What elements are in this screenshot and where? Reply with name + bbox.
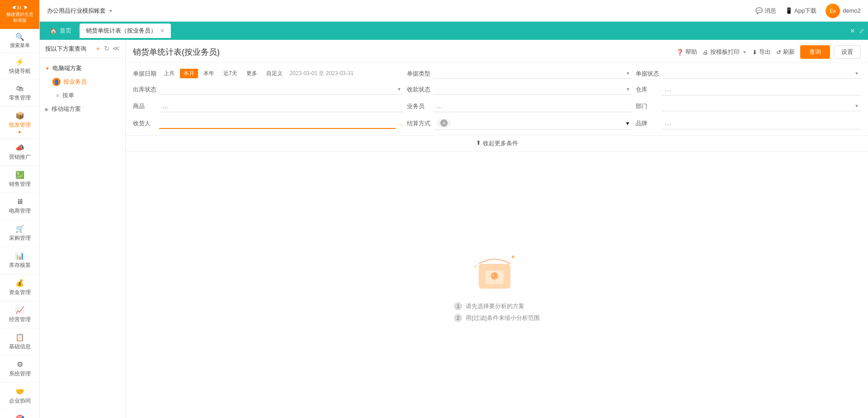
basic-label: 基础信息	[9, 343, 31, 351]
app-logo: 好 畅捷通好生意 标准版	[0, 0, 40, 29]
tab-home[interactable]: 🏠 首页	[43, 24, 78, 38]
tab-expand-btn[interactable]: ✕ ⤢	[850, 27, 864, 34]
sidebar-item-system[interactable]: ⚙ 系统管理	[0, 356, 39, 383]
empty-hint-1: 1 请先选择要分析的方案	[454, 302, 539, 310]
window-expand-icon[interactable]: ⤢	[859, 27, 864, 34]
filter-field-warehouse: 仓库 …	[636, 83, 861, 95]
warehouse-input[interactable]: …	[662, 83, 861, 95]
sidebar-item-operations[interactable]: 📈 经营管理	[0, 301, 39, 328]
scheme-item-by-order[interactable]: ≡ 按单	[40, 89, 125, 102]
add-scheme-btn[interactable]: ＋	[94, 44, 101, 53]
sidebar-item-finance[interactable]: 💰 资金管理	[0, 274, 39, 301]
export-icon: ⬇	[752, 49, 757, 56]
filter-field-settle: 结算方式 ✕ ▾	[407, 117, 632, 130]
out-status-select[interactable]: ▾	[160, 84, 403, 95]
tab-sales-stat[interactable]: 销货单统计表（按业务员） ✕	[80, 24, 171, 38]
breadcrumb-area: 办公用品行业模拟账套 ▾	[47, 7, 112, 15]
mobile-scheme-group: ▶ 移动端方案	[40, 102, 125, 116]
date-tab-this-month[interactable]: 本月	[180, 69, 198, 78]
mobile-scheme-header[interactable]: ▶ 移动端方案	[40, 102, 125, 116]
refresh-label: 刷新	[783, 48, 795, 56]
doc-status-arrow: ▾	[855, 70, 858, 76]
message-btn[interactable]: 💬 消息	[755, 7, 776, 15]
dept-select[interactable]: ▾	[662, 101, 861, 111]
collect-status-select[interactable]: ▾	[434, 84, 632, 95]
sidebar-item-newbie[interactable]: 🎯 新手引导	[0, 410, 39, 418]
expand-icon: ▼	[45, 66, 50, 71]
scheme-item-by-staff[interactable]: 👤 按业务员	[40, 75, 125, 89]
receiver-label: 收货人	[133, 119, 156, 128]
goods-label: 商品	[133, 102, 156, 110]
sidebar-item-retail[interactable]: 🛍 零售管理	[0, 80, 39, 107]
receiver-input[interactable]	[159, 118, 396, 129]
date-tab-7days[interactable]: 近7天	[220, 69, 241, 78]
staff-input[interactable]: …	[433, 100, 632, 112]
basic-icon: 📋	[15, 333, 24, 342]
out-status-arrow: ▾	[398, 86, 401, 92]
sidebar-item-inventory[interactable]: 📊 库存核算	[0, 247, 39, 274]
date-tab-this-year[interactable]: 本年	[200, 69, 218, 78]
search-menu-item[interactable]: 🔍 搜索菜单	[0, 29, 39, 53]
date-tab-more[interactable]: 更多	[243, 69, 261, 78]
filter-field-out-status: 出库状态 ▾	[133, 84, 403, 95]
collapse-more-bar[interactable]: ⬆ 收起更多条件	[126, 136, 868, 152]
desktop-scheme-group: ▼ 电脑端方案 👤 按业务员 ≡ 按单	[40, 62, 125, 102]
dept-label: 部门	[636, 102, 658, 110]
user-profile-btn[interactable]: Ea demo2	[826, 4, 861, 18]
sidebar-item-purchase[interactable]: 🛒 采购管理	[0, 220, 39, 247]
query-button[interactable]: 查询	[800, 45, 830, 59]
sidebar-item-basic[interactable]: 📋 基础信息	[0, 328, 39, 356]
collect-status-arrow: ▾	[627, 86, 629, 92]
operations-label: 经营管理	[9, 316, 31, 323]
inventory-icon: 📊	[15, 252, 24, 260]
ecommerce-icon: 🖥	[16, 198, 24, 206]
hint-num-2: 2	[454, 314, 462, 322]
receiver-dots-btn[interactable]: …	[397, 120, 403, 127]
sidebar-item-marketing[interactable]: 📣 营销推广	[0, 139, 39, 166]
date-tab-last-month[interactable]: 上月	[160, 69, 178, 78]
sidebar-item-sales[interactable]: 💹 销售管理	[0, 166, 39, 193]
sidebar-item-enterprise[interactable]: 🤝 企业协同	[0, 383, 39, 410]
finance-icon: 💰	[15, 279, 24, 287]
window-close-icon[interactable]: ✕	[850, 27, 855, 34]
print-btn[interactable]: 🖨 按模板打印 ▼	[703, 48, 747, 56]
avatar: Ea	[826, 4, 840, 18]
title-actions: ❓ 帮助 🖨 按模板打印 ▼ ⬇ 导出 ↺ 刷新	[676, 45, 861, 59]
tab-close-icon[interactable]: ✕	[160, 28, 165, 34]
doc-type-label: 单据类型	[407, 70, 430, 78]
sales-label: 销售管理	[9, 180, 31, 188]
header-right-actions: 💬 消息 📱 App下载 Ea demo2	[755, 4, 861, 18]
help-icon: ❓	[676, 49, 684, 56]
help-btn[interactable]: ❓ 帮助	[676, 48, 697, 56]
logo-icon: 好	[13, 5, 27, 10]
app-download-icon: 📱	[785, 7, 793, 14]
filter-field-doc-type: 单据类型 ▾	[407, 68, 632, 79]
query-action-row: 查询 设置	[800, 45, 861, 59]
goods-input[interactable]: …	[159, 100, 403, 112]
message-label: 消息	[764, 7, 776, 15]
settle-tag-close[interactable]: ✕	[440, 119, 448, 127]
desktop-scheme-header[interactable]: ▼ 电脑端方案	[40, 62, 125, 75]
collapse-label: 收起更多条件	[483, 139, 518, 147]
settings-button[interactable]: 设置	[834, 45, 861, 59]
export-btn[interactable]: ⬇ 导出	[752, 48, 771, 56]
doc-type-select[interactable]: ▾	[434, 68, 632, 79]
search-menu-label: 搜索菜单	[10, 42, 30, 49]
doc-status-select[interactable]: ▾	[663, 68, 861, 79]
app-download-btn[interactable]: 📱 App下载	[785, 7, 816, 15]
refresh-btn[interactable]: ↺ 刷新	[776, 48, 795, 56]
quick-nav-item[interactable]: ⚡ 快捷导航	[0, 53, 39, 80]
date-tab-custom[interactable]: 自定义	[263, 69, 286, 78]
brand-input[interactable]: …	[662, 117, 861, 129]
wholesale-icon: 📦	[15, 111, 24, 120]
app-download-label: App下载	[794, 7, 816, 15]
print-label: 按模板打印	[710, 48, 740, 56]
ecommerce-label: 电商管理	[9, 207, 31, 215]
sidebar-item-wholesale[interactable]: 📦 批发管理 ▲	[0, 107, 39, 139]
refresh-scheme-btn[interactable]: ↻	[104, 44, 110, 53]
dept-arrow: ▾	[855, 103, 858, 109]
svg-text:好: 好	[17, 5, 22, 10]
sidebar-item-ecommerce[interactable]: 🖥 电商管理	[0, 193, 39, 220]
collapse-panel-btn[interactable]: ≪	[113, 44, 120, 53]
filter-field-doc-status: 单据状态 ▾	[636, 68, 861, 79]
